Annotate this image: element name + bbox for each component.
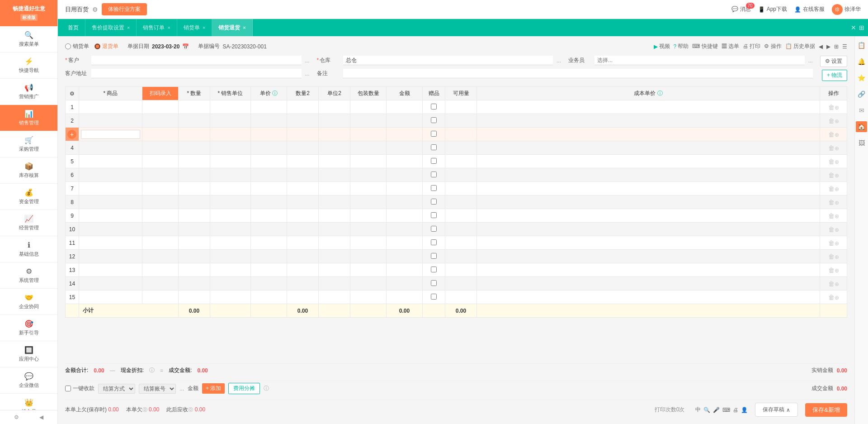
view-list-btn[interactable]: ☰ bbox=[842, 43, 847, 50]
copy-icon[interactable]: ⊕ bbox=[835, 118, 839, 124]
user-avatar[interactable]: 徐 徐泽华 bbox=[832, 4, 861, 15]
right-icon-image[interactable]: 🖼 bbox=[857, 138, 867, 148]
sidebar-item-14[interactable]: 👑畅会员 bbox=[0, 394, 57, 410]
toolbar-icon6[interactable]: 👤 bbox=[741, 407, 748, 413]
delete-icon[interactable]: 🗑 bbox=[828, 280, 835, 287]
topbar-gear-icon[interactable]: ⚙ bbox=[92, 6, 98, 13]
address-picker[interactable]: ... bbox=[305, 71, 310, 77]
message-badge[interactable]: 💬 消息 70 bbox=[731, 5, 750, 13]
copy-icon[interactable]: ⊕ bbox=[835, 172, 839, 179]
help-btn[interactable]: ? 帮助 bbox=[674, 43, 689, 50]
warehouse-picker[interactable]: ... bbox=[557, 57, 561, 64]
tab-sales[interactable]: 销货单 × bbox=[177, 19, 212, 36]
delete-icon[interactable]: 🗑 bbox=[828, 212, 835, 219]
delete-icon[interactable]: 🗑 bbox=[828, 131, 835, 138]
add-logistics-btn[interactable]: + 物流 bbox=[822, 70, 847, 81]
delete-icon[interactable]: 🗑 bbox=[828, 294, 835, 301]
copy-icon[interactable]: ⊕ bbox=[835, 213, 839, 219]
delete-icon[interactable]: 🗑 bbox=[828, 199, 835, 206]
sidebar-item-5[interactable]: 📦库存核算 bbox=[0, 157, 57, 184]
delete-icon[interactable]: 🗑 bbox=[828, 158, 835, 165]
sidebar-item-8[interactable]: ℹ基础信息 bbox=[0, 236, 57, 262]
fenpai-btn[interactable]: 费用分摊 bbox=[228, 383, 260, 394]
product-cell[interactable] bbox=[79, 291, 142, 304]
right-icon-table[interactable]: 📋 bbox=[856, 40, 867, 51]
add-payment-btn[interactable]: + 添加 bbox=[202, 383, 225, 394]
sidebar-item-10[interactable]: 🤝企业协同 bbox=[0, 289, 57, 315]
product-cell[interactable] bbox=[79, 168, 142, 182]
toolbar-icon5[interactable]: 🖨 bbox=[733, 407, 738, 413]
copy-icon[interactable]: ⊕ bbox=[835, 281, 839, 287]
next-record-btn[interactable]: ▶ bbox=[826, 43, 830, 50]
copy-icon[interactable]: ⊕ bbox=[835, 132, 839, 138]
product-cell[interactable] bbox=[79, 195, 142, 209]
sidebar-item-3[interactable]: 📊销售管理 bbox=[0, 105, 57, 131]
account-select[interactable]: 结算账号 bbox=[139, 384, 176, 394]
sidebar-item-4[interactable]: 🛒采购管理 bbox=[0, 131, 57, 157]
product-cell[interactable] bbox=[79, 236, 142, 250]
operation-btn[interactable]: ⚙ 操作 bbox=[764, 43, 781, 50]
add-row-btn[interactable]: + bbox=[67, 130, 76, 139]
product-cell[interactable] bbox=[79, 128, 142, 141]
right-icon-bell[interactable]: 🔔 bbox=[856, 56, 867, 67]
prev-record-btn[interactable]: ◀ bbox=[819, 43, 823, 50]
toolbar-icon4[interactable]: ⌨ bbox=[722, 407, 730, 413]
toolbar-icon1[interactable]: 中 bbox=[695, 406, 701, 414]
video-btn[interactable]: ▶ 视频 bbox=[654, 43, 670, 50]
toolbar-icon2[interactable]: 🔍 bbox=[703, 407, 710, 413]
calc-method-select[interactable]: 结算方式 bbox=[98, 384, 135, 394]
one-click-payment[interactable]: 一键收款 bbox=[65, 385, 94, 392]
copy-icon[interactable]: ⊕ bbox=[835, 254, 839, 260]
discount-info[interactable]: ⓘ bbox=[149, 367, 155, 374]
address-input[interactable] bbox=[91, 69, 302, 78]
expand-icon[interactable]: ⊞ bbox=[859, 24, 864, 31]
delete-icon[interactable]: 🗑 bbox=[828, 226, 835, 233]
delete-icon[interactable]: 🗑 bbox=[828, 253, 835, 260]
experience-btn[interactable]: 体验行业方案 bbox=[102, 3, 147, 15]
customer-input[interactable] bbox=[91, 56, 302, 65]
copy-icon[interactable]: ⊕ bbox=[835, 200, 839, 206]
fenpai-info[interactable]: ⓘ bbox=[264, 385, 269, 392]
history-btn[interactable]: 📋 历史单据 bbox=[785, 43, 815, 50]
tab-home[interactable]: 首页 bbox=[61, 19, 85, 36]
sidebar-item-0[interactable]: 🔍搜索菜单 bbox=[0, 26, 57, 52]
right-icon-home[interactable]: 🏠 bbox=[856, 121, 867, 132]
copy-icon[interactable]: ⊕ bbox=[835, 227, 839, 233]
delete-icon[interactable]: 🗑 bbox=[828, 239, 835, 247]
tab-sales-order[interactable]: 销售订单 × bbox=[137, 19, 177, 36]
calendar-icon[interactable]: 📅 bbox=[182, 43, 189, 50]
toolbar-icon3[interactable]: 🎤 bbox=[713, 407, 720, 413]
radio-sales[interactable]: 销货单 bbox=[65, 43, 89, 50]
product-cell[interactable] bbox=[79, 182, 142, 195]
settings-icon[interactable]: ⚙ bbox=[14, 414, 19, 420]
sidebar-item-7[interactable]: 📈经营管理 bbox=[0, 210, 57, 236]
th-gear[interactable]: ⚙ bbox=[66, 87, 79, 100]
copy-icon[interactable]: ⊕ bbox=[835, 105, 839, 111]
app-download-btn[interactable]: 📱 App下载 bbox=[758, 5, 787, 13]
salesperson-input[interactable] bbox=[594, 56, 805, 65]
delete-icon[interactable]: 🗑 bbox=[828, 185, 835, 192]
close-all-icon[interactable]: ✕ bbox=[851, 24, 856, 31]
sidebar-item-13[interactable]: 💬企业微信 bbox=[0, 367, 57, 394]
delete-icon[interactable]: 🗑 bbox=[828, 172, 835, 179]
copy-icon[interactable]: ⊕ bbox=[835, 295, 839, 301]
th-scan[interactable]: 扫码录入 bbox=[142, 87, 179, 100]
account-picker[interactable]: ... bbox=[179, 386, 184, 392]
delete-icon[interactable]: 🗑 bbox=[828, 267, 835, 274]
copy-icon[interactable]: ⊕ bbox=[835, 159, 839, 165]
product-cell[interactable] bbox=[79, 155, 142, 168]
product-cell[interactable] bbox=[79, 263, 142, 277]
product-cell[interactable] bbox=[79, 277, 142, 291]
tab-price-extract[interactable]: 售价提取设置 × bbox=[85, 19, 137, 36]
radio-return[interactable]: 退货单 bbox=[94, 43, 118, 50]
product-cell[interactable] bbox=[79, 114, 142, 128]
customer-picker[interactable]: ... bbox=[305, 57, 310, 64]
delete-icon[interactable]: 🗑 bbox=[828, 144, 835, 152]
sidebar-item-11[interactable]: 🎯新手引导 bbox=[0, 315, 57, 341]
view-table-btn[interactable]: ⊞ bbox=[834, 43, 839, 50]
right-icon-star[interactable]: ⭐ bbox=[856, 72, 867, 83]
sidebar-item-9[interactable]: ⚙系统管理 bbox=[0, 262, 57, 289]
product-cell[interactable] bbox=[79, 223, 142, 236]
product-cell[interactable] bbox=[79, 100, 142, 114]
warehouse-input[interactable] bbox=[343, 56, 553, 65]
